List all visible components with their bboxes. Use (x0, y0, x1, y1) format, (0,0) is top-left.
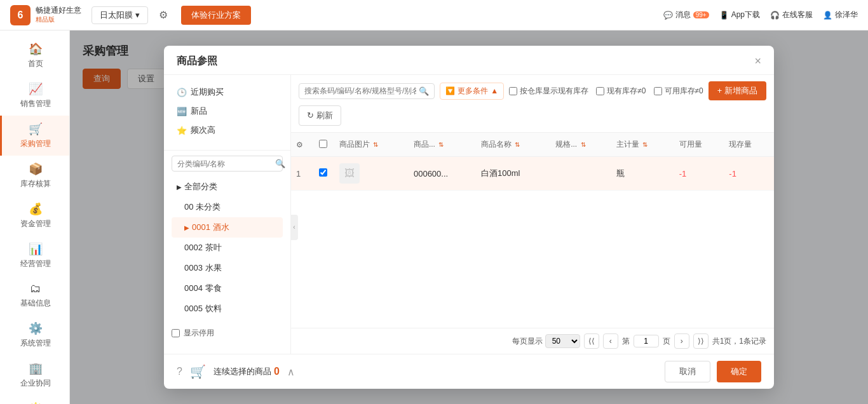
dialog-close-button[interactable]: × (754, 55, 761, 68)
show-disabled-checkbox[interactable] (172, 329, 180, 337)
pagination-summary: 共1页，1条记录 (712, 336, 766, 347)
sidebar-item-home[interactable]: 🏠 首页 (0, 36, 69, 76)
sidebar: 🏠 首页 📈 销售管理 🛒 采购管理 📦 库存核算 💰 资金管理 📊 经营管理 … (0, 30, 70, 404)
category-search[interactable]: 🔍 (172, 156, 283, 172)
current-stock-checkbox[interactable] (596, 87, 604, 95)
checkbox-available-stock[interactable]: 可用库存≠0 (654, 86, 703, 97)
online-service-item[interactable]: 🎧 在线客服 (770, 10, 813, 20)
product-data-table: ⚙ 商品图片 ⇅ (291, 133, 774, 191)
select-all-checkbox[interactable] (319, 140, 327, 148)
row-spec (550, 157, 611, 191)
filter-icon: 🔽 (445, 86, 455, 95)
product-image: 🖼 (339, 163, 360, 184)
sort-icon: ⇅ (373, 141, 378, 148)
add-product-button[interactable]: + 新增商品 (709, 81, 766, 100)
col-checkbox (314, 133, 334, 157)
sort-icon: ⇅ (642, 141, 648, 148)
cat-fruit[interactable]: 0003 水果 (172, 258, 283, 278)
base-info-icon: 🗂 (30, 282, 41, 295)
sort-icon: ⇅ (581, 141, 586, 148)
footer-collapse-button[interactable]: ∧ (287, 366, 295, 378)
logo-icon: 6 (10, 5, 31, 25)
table-header-row: ⚙ 商品图片 ⇅ (291, 133, 774, 157)
nav-right: 💬 消息 99+ 📱 App下载 🎧 在线客服 👤 徐泽华 (663, 10, 858, 20)
service-icon: 🎧 (770, 11, 780, 20)
sidebar-item-base-info[interactable]: 🗂 基础信息 (0, 276, 69, 315)
product-search-box[interactable]: 🔍 (299, 83, 435, 99)
product-reference-dialog: 商品参照 × 🕒 近期购买 🆕 (164, 46, 774, 389)
cat-liquor[interactable]: ▶ 0001 酒水 (172, 217, 283, 238)
col-settings: ⚙ (291, 133, 314, 157)
page-number-input[interactable] (634, 335, 659, 347)
user-icon: 👤 (823, 11, 832, 20)
logo-text: 畅捷通好生意 (36, 6, 81, 15)
product-panel: 🔍 🔽 更多条件 ▲ 按仓库显示现有库存 (291, 75, 774, 354)
collapse-icon: ▲ (491, 86, 498, 95)
available-stock-checkbox[interactable] (654, 87, 662, 95)
last-page-button[interactable]: ⟩⟩ (693, 333, 709, 349)
checkbox-current-stock[interactable]: 现有库存≠0 (596, 86, 646, 97)
row-stock: -1 (724, 157, 774, 191)
cat-tea[interactable]: 0002 茶叶 (172, 238, 283, 258)
sort-icon: ⇅ (515, 141, 520, 148)
cat-snack[interactable]: 0004 零食 (172, 278, 283, 299)
category-search-input[interactable] (177, 159, 273, 168)
first-page-button[interactable]: ⟨⟨ (584, 333, 599, 349)
table-body: 1 🖼 000600... 白酒100ml (291, 157, 774, 191)
shortcut-new[interactable]: 🆕 新品 (172, 102, 283, 121)
more-filter-button[interactable]: 🔽 更多条件 ▲ (440, 83, 504, 100)
category-collapse-button[interactable]: ‹ (290, 215, 298, 240)
confirm-button[interactable]: 确定 (717, 361, 761, 382)
next-page-button[interactable]: › (674, 333, 689, 349)
sidebar-item-enterprise[interactable]: 🏢 企业协同 (0, 355, 69, 395)
main-content: 采购管理 查询 设置 刷新 商品参照 × (70, 30, 868, 404)
category-divider (164, 150, 290, 151)
app-download-item[interactable]: 📱 App下载 (719, 10, 760, 20)
refresh-button[interactable]: ↻ 刷新 (299, 105, 341, 126)
sidebar-item-guide[interactable]: 🌟 新手引导 (0, 395, 69, 404)
inventory-icon: 📦 (29, 162, 43, 176)
footer-selected-info: 连续选择的商品 0 (214, 366, 280, 377)
sidebar-item-operations[interactable]: 📊 经营管理 (0, 236, 69, 276)
shortcut-recent[interactable]: 🕒 近期购买 (172, 83, 283, 102)
dialog-footer: ? 🛒 连续选择的商品 0 ∧ 取消 确定 (164, 354, 774, 389)
sidebar-item-finance[interactable]: 💰 资金管理 (0, 196, 69, 236)
cat-beverage[interactable]: 0005 饮料 (172, 299, 283, 319)
col-unit: 主计量 ⇅ (611, 133, 674, 157)
show-disabled-row: 显示停用 (164, 320, 290, 346)
nav-dropdown[interactable]: 日太阳膜 ▾ (92, 6, 148, 24)
row-available: -1 (674, 157, 724, 191)
message-icon: 💬 (663, 11, 673, 20)
page-size-selector[interactable]: 每页显示 50 10 20 100 (512, 334, 580, 348)
prev-page-button[interactable]: ‹ (603, 333, 618, 349)
cancel-button[interactable]: 取消 (665, 361, 710, 382)
row-checkbox[interactable] (314, 157, 334, 191)
sidebar-item-sales[interactable]: 📈 销售管理 (0, 76, 69, 116)
cat-all[interactable]: ▶ 全部分类 (172, 177, 283, 197)
user-profile[interactable]: 👤 徐泽华 (823, 10, 858, 20)
page-size-select[interactable]: 50 10 20 100 (545, 334, 580, 348)
finance-icon: 💰 (29, 202, 43, 216)
gear-icon[interactable]: ⚙ (153, 5, 173, 25)
shortcut-frequent[interactable]: ⭐ 频次高 (172, 121, 283, 140)
table-row[interactable]: 1 🖼 000600... 白酒100ml (291, 157, 774, 191)
sidebar-item-purchase[interactable]: 🛒 采购管理 (0, 116, 69, 156)
category-list: ▶ 全部分类 00 未分类 ▶ 0001 酒水 0002 茶 (164, 177, 290, 320)
help-icon[interactable]: ? (177, 366, 182, 377)
sidebar-item-inventory[interactable]: 📦 库存核算 (0, 156, 69, 196)
cat-unclassified[interactable]: 00 未分类 (172, 197, 283, 217)
row-select-checkbox[interactable] (319, 168, 327, 177)
warehouse-checkbox[interactable] (509, 87, 517, 95)
row-image: 🖼 (334, 157, 409, 191)
messages-item[interactable]: 💬 消息 99+ (663, 10, 709, 20)
sidebar-item-system[interactable]: ⚙️ 系统管理 (0, 315, 69, 355)
checkbox-warehouse[interactable]: 按仓库显示现有库存 (509, 86, 588, 97)
star-icon: ⭐ (177, 126, 187, 135)
product-search-input[interactable] (304, 86, 416, 95)
pagination: 每页显示 50 10 20 100 ⟨⟨ ‹ 第 (291, 328, 774, 354)
settings-icon[interactable]: ⚙ (296, 140, 303, 149)
home-icon: 🏠 (29, 42, 43, 56)
col-name: 商品名称 ⇅ (476, 133, 550, 157)
trial-button[interactable]: 体验行业方案 (181, 6, 251, 25)
chevron-down-icon: ▾ (135, 10, 140, 20)
